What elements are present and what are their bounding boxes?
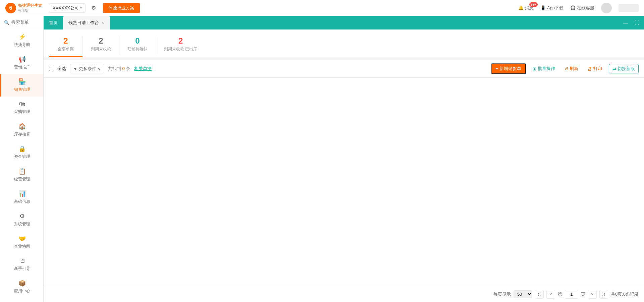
page-next-btn[interactable]: ＞	[588, 290, 597, 299]
stat-tab-all[interactable]: 2 全部单据	[49, 34, 83, 57]
pagination-bar: 每页显示 50 10 20 100 ⟨⟨ ＜ 第 页 ＞ ⟩⟩ 共0页,0条记录	[44, 286, 644, 302]
shop-icon: 🏪	[18, 78, 26, 85]
app-download-btn[interactable]: 📱 App下载	[540, 5, 564, 11]
page-last-btn[interactable]: ⟩⟩	[599, 290, 608, 299]
megaphone-icon: 📢	[18, 56, 26, 63]
stat-label-overdue: 到期未收款	[91, 46, 111, 52]
box-icon: 📦	[18, 280, 26, 287]
batch-ops-btn[interactable]: ⊞ 批量操作	[530, 64, 558, 73]
toolbar-right: + 新增销货单 ⊞ 批量操作 ↺ 刷新 🖨 打印 ⇄	[491, 63, 639, 74]
sidebar-item-operation[interactable]: 📋 经营管理	[0, 164, 43, 186]
messages-badge: 99+	[529, 2, 538, 7]
logo-icon: 6	[5, 3, 16, 13]
stat-tab-overdue[interactable]: 2 到期未收款	[83, 34, 119, 57]
sidebar-label-quick-nav: 快捷导航	[14, 42, 30, 48]
related-order-link[interactable]: 相关单据	[134, 66, 152, 72]
online-service-label: 在线客服	[577, 5, 594, 11]
handshake-icon: 🤝	[18, 235, 26, 242]
tab-expand-icon[interactable]: ⛶	[633, 19, 641, 27]
monitor-icon: 🖥	[19, 257, 25, 264]
tab-close-icon[interactable]: ×	[101, 20, 105, 26]
tab-bar: 首页 钱货日清工作台 × — ⛶	[44, 16, 644, 29]
bag-icon: 🛍	[19, 101, 25, 108]
sidebar-item-basic-info[interactable]: 📊 基础信息	[0, 186, 43, 208]
search-menu-btn[interactable]: 🔍 搜索菜单	[0, 16, 43, 29]
avatar[interactable]	[601, 3, 612, 13]
top-header: 6 畅捷通好生意 标准版 XXXXXX公司 ▾ ⚙ 体验行业方案 🔔 消息 99…	[0, 0, 644, 16]
stat-tab-shipped[interactable]: 2 到期未收款 已出库	[156, 34, 205, 57]
print-btn[interactable]: 🖨 打印	[585, 64, 605, 73]
sidebar-item-sales[interactable]: 🏪 销售管理	[0, 74, 43, 97]
switch-version-btn[interactable]: ⇄ 切换新版	[609, 64, 639, 73]
table-area	[44, 78, 644, 286]
logo-text: 畅捷通好生意	[18, 3, 42, 8]
main-layout: 🔍 搜索菜单 ⚡ 快捷导航 📢 营销推广 🏪 销售管理 🛍 采购管理 🏠 库存核…	[0, 16, 644, 302]
sidebar-item-weixin[interactable]: 💬 企业微信	[0, 298, 43, 302]
stat-label-all: 全部单据	[58, 46, 74, 52]
page-content: 2 全部单据 2 到期未收款 0 旺铺待确认 2 到期未收款 已出库	[44, 29, 644, 302]
tab-active[interactable]: 钱货日清工作台 ×	[63, 16, 110, 29]
system-icon: ⚙	[19, 213, 25, 220]
sidebar-item-cooperation[interactable]: 🤝 企业协同	[0, 231, 43, 253]
per-page-select[interactable]: 50 10 20 100	[514, 290, 532, 298]
page-first-btn[interactable]: ⟨⟨	[535, 290, 544, 299]
page-prev-btn[interactable]: ＜	[546, 290, 555, 299]
found-count: 0	[122, 66, 125, 71]
settings-icon[interactable]: ⚙	[88, 3, 99, 13]
per-page-label: 每页显示	[493, 291, 511, 297]
sidebar-label-basic-info: 基础信息	[14, 199, 30, 204]
sidebar-item-finance[interactable]: 🔒 资金管理	[0, 141, 43, 164]
header-right: 🔔 消息 99+ 📱 App下载 🎧 在线客服	[518, 3, 639, 13]
print-label: 打印	[593, 66, 602, 72]
filter-icon: ▼	[73, 66, 77, 71]
online-service-btn[interactable]: 🎧 在线客服	[570, 5, 594, 11]
sidebar-item-guide[interactable]: 🖥 新手引导	[0, 253, 43, 276]
stat-label-shipped: 到期未收款 已出库	[164, 46, 197, 52]
messages-btn[interactable]: 🔔 消息 99+	[518, 5, 534, 11]
sidebar-item-app-center[interactable]: 📦 应用中心	[0, 276, 43, 298]
sidebar-item-quick-nav[interactable]: ⚡ 快捷导航	[0, 29, 43, 52]
company-selector[interactable]: XXXXXX公司 ▾	[49, 3, 86, 13]
total-label: 共0页,0条记录	[611, 291, 639, 297]
sidebar: 🔍 搜索菜单 ⚡ 快捷导航 📢 营销推广 🏪 销售管理 🛍 采购管理 🏠 库存核…	[0, 16, 44, 302]
tab-home[interactable]: 首页	[44, 16, 63, 29]
logo-area: 6 畅捷通好生意 标准版	[5, 3, 49, 13]
stat-tab-pending[interactable]: 0 旺铺待确认	[119, 34, 156, 57]
chevron-down-icon: ▾	[80, 6, 82, 10]
batch-icon: ⊞	[533, 66, 536, 71]
add-order-btn[interactable]: + 新增销货单	[491, 63, 526, 74]
batch-label: 批量操作	[538, 66, 555, 72]
page-num-input[interactable]	[565, 290, 578, 299]
tab-active-label: 钱货日清工作台	[68, 20, 99, 26]
company-name: XXXXXX公司	[53, 5, 79, 11]
stat-num-pending: 0	[135, 36, 140, 46]
sidebar-label-finance: 资金管理	[14, 154, 30, 160]
search-menu-label: 搜索菜单	[11, 19, 29, 25]
search-icon: 🔍	[4, 20, 9, 25]
sidebar-label-marketing: 营销推广	[14, 64, 30, 70]
toolbar: 全选 ▼ 更多条件 ∨ 共找到 0 条 相关单据 + 新增销货单 ⊞ 批量操作	[44, 60, 644, 78]
sidebar-item-system[interactable]: ⚙ 系统管理	[0, 208, 43, 231]
tab-minimize-icon[interactable]: —	[621, 19, 630, 27]
sidebar-item-marketing[interactable]: 📢 营销推广	[0, 52, 43, 74]
sidebar-label-app-center: 应用中心	[14, 288, 30, 294]
sidebar-item-purchase[interactable]: 🛍 采购管理	[0, 97, 43, 119]
tab-bar-actions: — ⛶	[621, 19, 644, 27]
filter-btn[interactable]: ▼ 更多条件 ∨	[70, 64, 104, 73]
stat-label-pending: 旺铺待确认	[127, 46, 148, 52]
found-unit: 条	[126, 66, 130, 71]
flash-icon: ⚡	[18, 33, 26, 41]
industry-btn[interactable]: 体验行业方案	[103, 3, 140, 13]
sidebar-item-inventory[interactable]: 🏠 库存核算	[0, 119, 43, 141]
sidebar-label-sales: 销售管理	[14, 87, 30, 93]
found-prefix: 共找到	[108, 66, 121, 71]
sidebar-label-inventory: 库存核算	[14, 131, 30, 137]
lock-icon: 🔒	[18, 145, 26, 153]
refresh-label: 刷新	[570, 66, 578, 72]
switch-label: 切换新版	[618, 66, 635, 72]
select-all-checkbox[interactable]	[49, 67, 53, 71]
download-icon: 📱	[540, 5, 546, 10]
refresh-btn[interactable]: ↺ 刷新	[562, 64, 581, 73]
filter-label: 更多条件	[79, 66, 96, 72]
user-name-area[interactable]	[619, 4, 639, 12]
